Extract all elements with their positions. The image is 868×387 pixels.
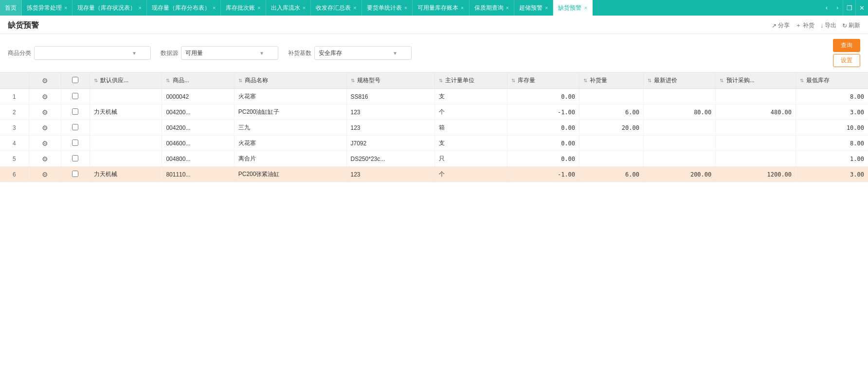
row-gear-cell: ⚙ bbox=[29, 136, 61, 151]
tab-scroll-right[interactable]: › bbox=[832, 0, 843, 16]
tab-close-inventory-dist[interactable]: × bbox=[213, 5, 216, 11]
tab-inventory-dist[interactable]: 现存量（库存分布表） × bbox=[147, 0, 221, 16]
tab-inventory-status[interactable]: 现存量（库存状况表） × bbox=[72, 0, 146, 16]
row-spec: 123 bbox=[346, 120, 434, 136]
row-number: 3 bbox=[0, 120, 29, 136]
table-row: 3 ⚙ 004200... 三九 123 箱 0.00 20.00 10.00 bbox=[0, 120, 868, 136]
category-select[interactable]: ▼ bbox=[34, 46, 151, 60]
tab-close-inventory-status[interactable]: × bbox=[138, 5, 141, 11]
tab-close-exception[interactable]: × bbox=[64, 5, 67, 11]
row-unit: 支 bbox=[434, 136, 507, 151]
select-all-checkbox[interactable] bbox=[72, 77, 78, 83]
row-estimated-purchase: 480.00 bbox=[716, 105, 796, 120]
row-supplier: 力天机械 bbox=[90, 167, 162, 182]
tab-available-ledger[interactable]: 可用量库存账本 × bbox=[413, 0, 469, 16]
tab-overstock-warning[interactable]: 超储预警 × bbox=[514, 0, 553, 16]
row-checkbox-2[interactable] bbox=[72, 124, 78, 130]
col-estimated-purchase[interactable]: ⇅ 预计采购... bbox=[716, 72, 796, 89]
col-default-supplier[interactable]: ⇅ 默认供应... bbox=[90, 72, 162, 89]
share-icon: ↗ bbox=[772, 22, 777, 29]
tab-batch-account[interactable]: 库存批次账 × bbox=[221, 0, 266, 16]
table-row: 1 ⚙ 0000042 火花塞 SS816 支 0.00 8.00 bbox=[0, 89, 868, 105]
row-spec: DS250*23c... bbox=[346, 151, 434, 167]
replenish-basis-select[interactable]: 安全库存 ▼ bbox=[314, 46, 412, 60]
col-spec[interactable]: ⇅ 规格型号 bbox=[346, 72, 434, 89]
datasource-select[interactable]: 可用量 ▼ bbox=[181, 46, 278, 60]
page-container: 缺货预警 ↗ 分享 ＋ 补货 ↓ 导出 ↻ 刷新 商品分类 bbox=[0, 16, 868, 387]
row-estimated-purchase: 1200.00 bbox=[716, 167, 796, 182]
tab-close-shortage-warning[interactable]: × bbox=[584, 5, 587, 11]
datasource-dropdown-icon: ▼ bbox=[259, 51, 264, 56]
tab-close-available-ledger[interactable]: × bbox=[461, 5, 464, 11]
query-button[interactable]: 查询 bbox=[833, 39, 860, 52]
row-stock: 0.00 bbox=[507, 89, 579, 105]
row-latest-price bbox=[643, 89, 715, 105]
row-product-name: 火花塞 bbox=[234, 89, 346, 105]
col-replenish-qty[interactable]: ⇅ 补货量 bbox=[579, 72, 644, 89]
row-number: 6 bbox=[0, 167, 29, 182]
tab-exception[interactable]: 拣货异常处理 × bbox=[22, 0, 72, 16]
row-checkbox-5[interactable] bbox=[72, 171, 78, 177]
row-product-name: 离合片 bbox=[234, 151, 346, 167]
row-latest-price bbox=[643, 151, 715, 167]
row-stock: 0.00 bbox=[507, 151, 579, 167]
col-unit[interactable]: ⇅ 主计量单位 bbox=[434, 72, 507, 89]
row-checkbox-4[interactable] bbox=[72, 155, 78, 161]
settings-button[interactable]: 设置 bbox=[833, 54, 860, 67]
export-button[interactable]: ↓ 导出 bbox=[820, 21, 836, 30]
tab-receive-summary[interactable]: 收发存汇总表 × bbox=[311, 0, 362, 16]
row-estimated-purchase bbox=[716, 151, 796, 167]
tab-shortage-warning[interactable]: 缺货预警 × bbox=[553, 0, 592, 16]
data-table: ⚙ ⇅ 默认供应... ⇅ 商品... ⇅ 商品名称 bbox=[0, 72, 868, 182]
tab-demand-stat[interactable]: 要货单统计表 × bbox=[362, 0, 413, 16]
tab-close-receive-summary[interactable]: × bbox=[353, 5, 356, 11]
row-number: 1 bbox=[0, 89, 29, 105]
share-button[interactable]: ↗ 分享 bbox=[772, 21, 790, 30]
row-checkbox-1[interactable] bbox=[72, 108, 78, 115]
row-stock: -1.00 bbox=[507, 167, 579, 182]
tab-scroll-left[interactable]: ‹ bbox=[821, 0, 832, 16]
sort-icon-replenish: ⇅ bbox=[583, 78, 587, 83]
tab-window-restore[interactable]: ❐ bbox=[843, 0, 855, 16]
tab-close-expiry-query[interactable]: × bbox=[506, 5, 509, 11]
sort-icon-purchase: ⇅ bbox=[720, 78, 723, 83]
row-product-code: 004200... bbox=[162, 120, 234, 136]
tab-close-overstock-warning[interactable]: × bbox=[545, 5, 548, 11]
row-number: 5 bbox=[0, 151, 29, 167]
page-header: 缺货预警 ↗ 分享 ＋ 补货 ↓ 导出 ↻ 刷新 bbox=[0, 16, 868, 34]
tab-nav-buttons: ‹ › ❐ ✕ bbox=[821, 0, 868, 16]
row-stock: -1.00 bbox=[507, 105, 579, 120]
col-product-code[interactable]: ⇅ 商品... bbox=[162, 72, 234, 89]
col-latest-price[interactable]: ⇅ 最新进价 bbox=[643, 72, 715, 89]
row-checkbox-0[interactable] bbox=[72, 93, 78, 99]
row-latest-price bbox=[643, 136, 715, 151]
row-product-name: PC200油缸缸子 bbox=[234, 105, 346, 120]
col-product-name[interactable]: ⇅ 商品名称 bbox=[234, 72, 346, 89]
tab-window-close[interactable]: ✕ bbox=[855, 0, 868, 16]
tab-close-demand-stat[interactable]: × bbox=[404, 5, 407, 11]
col-min-stock[interactable]: ⇅ 最低库存 bbox=[796, 72, 868, 89]
row-spec: 123 bbox=[346, 167, 434, 182]
gear-settings-icon[interactable]: ⚙ bbox=[33, 77, 57, 85]
row-spec: J7092 bbox=[346, 136, 434, 151]
tab-inout-flow[interactable]: 出入库流水 × bbox=[266, 0, 311, 16]
row-checkbox-cell bbox=[61, 89, 90, 105]
table-row: 2 ⚙ 力天机械 004200... PC200油缸缸子 123 个 -1.00… bbox=[0, 105, 868, 120]
tab-close-inout-flow[interactable]: × bbox=[303, 5, 306, 11]
table-header-row: ⚙ ⇅ 默认供应... ⇅ 商品... ⇅ 商品名称 bbox=[0, 72, 868, 89]
tab-home[interactable]: 首页 bbox=[0, 0, 22, 16]
category-label: 商品分类 bbox=[8, 49, 31, 57]
tab-expiry-query[interactable]: 保质期查询 × bbox=[470, 0, 514, 16]
row-product-code: 0000042 bbox=[162, 89, 234, 105]
row-supplier bbox=[90, 136, 162, 151]
refresh-button[interactable]: ↻ 刷新 bbox=[842, 21, 860, 30]
table-row: 4 ⚙ 004600... 火花塞 J7092 支 0.00 8.00 bbox=[0, 136, 868, 151]
col-stock[interactable]: ⇅ 库存量 bbox=[507, 72, 579, 89]
row-checkbox-3[interactable] bbox=[72, 140, 78, 146]
tab-close-batch-account[interactable]: × bbox=[257, 5, 260, 11]
sort-icon-spec: ⇅ bbox=[351, 78, 355, 83]
replenish-button[interactable]: ＋ 补货 bbox=[796, 21, 814, 30]
row-latest-price: 80.00 bbox=[643, 105, 715, 120]
row-product-name: 火花塞 bbox=[234, 136, 346, 151]
tab-bar: 首页 拣货异常处理 × 现存量（库存状况表） × 现存量（库存分布表） × 库存… bbox=[0, 0, 868, 16]
